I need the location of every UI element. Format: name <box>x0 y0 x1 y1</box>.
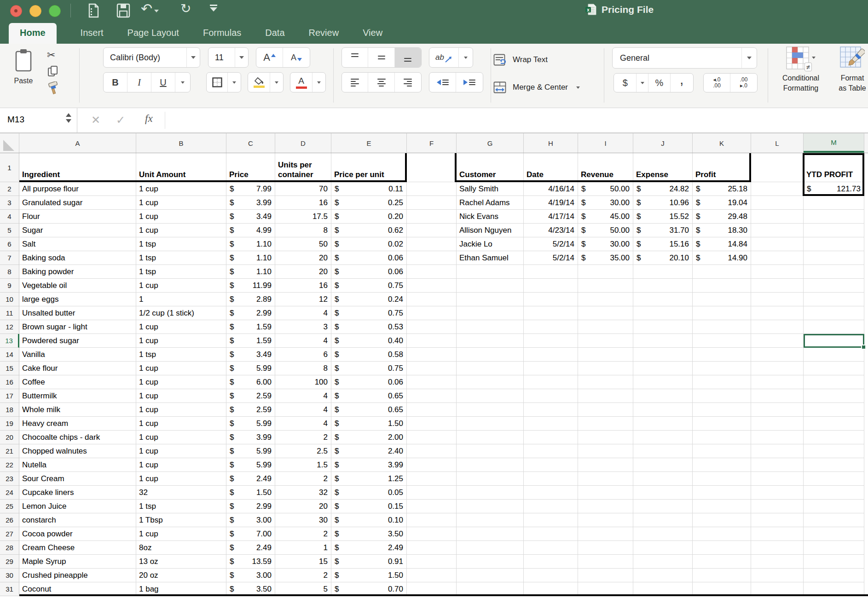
cell-G17[interactable] <box>457 389 524 403</box>
column-header-A[interactable]: A <box>19 133 136 153</box>
cell-H28[interactable] <box>524 541 578 555</box>
cell-I25[interactable] <box>578 500 633 513</box>
merge-center-button[interactable]: Merge & Center <box>493 81 580 93</box>
cell-B30[interactable]: 20 oz <box>136 569 226 582</box>
cell-B22[interactable]: 1 cup <box>136 458 226 472</box>
cell-H5[interactable]: 4/23/14 <box>524 224 578 237</box>
cell-C3[interactable]: $3.99 <box>226 196 275 210</box>
cell-H1[interactable]: Date <box>524 153 578 182</box>
cell-E14[interactable]: $0.58 <box>331 348 407 362</box>
cell-A11[interactable]: Unsalted butter <box>19 306 136 320</box>
cell-J14[interactable] <box>633 348 693 362</box>
cell-B16[interactable]: 1 cup <box>136 375 226 389</box>
cell-E13[interactable]: $0.40 <box>331 334 407 348</box>
cell-K26[interactable] <box>693 513 751 527</box>
cell-A1[interactable]: Ingredient <box>19 153 136 182</box>
cell-L10[interactable] <box>751 293 804 306</box>
cell-G8[interactable] <box>457 265 524 279</box>
row-header-29[interactable]: 29 <box>0 555 19 569</box>
cell-H8[interactable] <box>524 265 578 279</box>
cell-C22[interactable]: $5.99 <box>226 458 275 472</box>
cell-A30[interactable]: Crushed pineapple <box>19 569 136 582</box>
cell-C18[interactable]: $2.59 <box>226 403 275 417</box>
cell-E29[interactable]: $0.91 <box>331 555 407 569</box>
cell-L6[interactable] <box>751 237 804 251</box>
increase-font-size-button[interactable]: A <box>256 48 283 67</box>
cell-H6[interactable]: 5/2/14 <box>524 237 578 251</box>
cell-L5[interactable] <box>751 224 804 237</box>
row-header-28[interactable]: 28 <box>0 541 19 555</box>
cell-C8[interactable]: $1.10 <box>226 265 275 279</box>
cell-A25[interactable]: Lemon Juice <box>19 500 136 513</box>
cell-C23[interactable]: $2.49 <box>226 472 275 486</box>
cell-H3[interactable]: 4/19/14 <box>524 196 578 210</box>
cell-E23[interactable]: $1.25 <box>331 472 407 486</box>
cell-C11[interactable]: $2.99 <box>226 306 275 320</box>
cell-G12[interactable] <box>457 320 524 334</box>
cell-G27[interactable] <box>457 527 524 541</box>
cell-K23[interactable] <box>693 472 751 486</box>
cell-E9[interactable]: $0.75 <box>331 279 407 293</box>
cell-D9[interactable]: 16 <box>275 279 331 293</box>
cell-C30[interactable]: $3.00 <box>226 569 275 582</box>
cell-C7[interactable]: $1.10 <box>226 251 275 265</box>
align-left-button[interactable] <box>342 73 368 92</box>
cell-K17[interactable] <box>693 389 751 403</box>
cell-J9[interactable] <box>633 279 693 293</box>
undo-dropdown-icon[interactable] <box>154 10 159 12</box>
cell-L11[interactable] <box>751 306 804 320</box>
column-header-F[interactable]: F <box>407 133 457 153</box>
cell-G23[interactable] <box>457 472 524 486</box>
cell-E5[interactable]: $0.62 <box>331 224 407 237</box>
select-all-corner[interactable] <box>0 133 19 153</box>
cell-D30[interactable]: 2 <box>275 569 331 582</box>
cell-G15[interactable] <box>457 362 524 375</box>
cell-D1[interactable]: Units per container <box>275 153 331 182</box>
cell-G25[interactable] <box>457 500 524 513</box>
cell-H26[interactable] <box>524 513 578 527</box>
cell-L16[interactable] <box>751 375 804 389</box>
cell-I22[interactable] <box>578 458 633 472</box>
cell-D28[interactable]: 1 <box>275 541 331 555</box>
cell-G3[interactable]: Rachel Adams <box>457 196 524 210</box>
cell-G20[interactable] <box>457 431 524 444</box>
cell-L12[interactable] <box>751 320 804 334</box>
cell-I23[interactable] <box>578 472 633 486</box>
cell-E8[interactable]: $0.06 <box>331 265 407 279</box>
cell-J21[interactable] <box>633 444 693 458</box>
row-header-13[interactable]: 13 <box>0 334 19 348</box>
row-header-24[interactable]: 24 <box>0 486 19 500</box>
cell-H29[interactable] <box>524 555 578 569</box>
cell-E20[interactable]: $2.00 <box>331 431 407 444</box>
cell-F4[interactable] <box>407 210 457 224</box>
row-header-21[interactable]: 21 <box>0 444 19 458</box>
align-bottom-button[interactable] <box>395 48 421 67</box>
cell-J17[interactable] <box>633 389 693 403</box>
cell-I14[interactable] <box>578 348 633 362</box>
row-header-25[interactable]: 25 <box>0 500 19 513</box>
cell-I28[interactable] <box>578 541 633 555</box>
save-icon[interactable] <box>116 3 131 18</box>
cell-G6[interactable]: Jackie Lo <box>457 237 524 251</box>
cell-J15[interactable] <box>633 362 693 375</box>
cell-K8[interactable] <box>693 265 751 279</box>
row-header-15[interactable]: 15 <box>0 362 19 375</box>
cell-E15[interactable]: $0.75 <box>331 362 407 375</box>
cell-M23[interactable] <box>804 472 864 486</box>
cell-D15[interactable]: 8 <box>275 362 331 375</box>
increase-decimal-button[interactable]: ◂.0 .00 <box>704 74 730 92</box>
row-header-6[interactable]: 6 <box>0 237 19 251</box>
undo-icon[interactable]: ↶ <box>141 1 159 17</box>
text-orientation-button[interactable]: ab <box>429 48 459 67</box>
cell-F9[interactable] <box>407 279 457 293</box>
cell-D6[interactable]: 50 <box>275 237 331 251</box>
cell-B27[interactable]: 1 cup <box>136 527 226 541</box>
cell-A4[interactable]: Flour <box>19 210 136 224</box>
cell-G28[interactable] <box>457 541 524 555</box>
cell-H16[interactable] <box>524 375 578 389</box>
cell-H30[interactable] <box>524 569 578 582</box>
cell-A13[interactable]: Powdered sugar <box>19 334 136 348</box>
cell-M30[interactable] <box>804 569 864 582</box>
cell-I21[interactable] <box>578 444 633 458</box>
cell-F11[interactable] <box>407 306 457 320</box>
